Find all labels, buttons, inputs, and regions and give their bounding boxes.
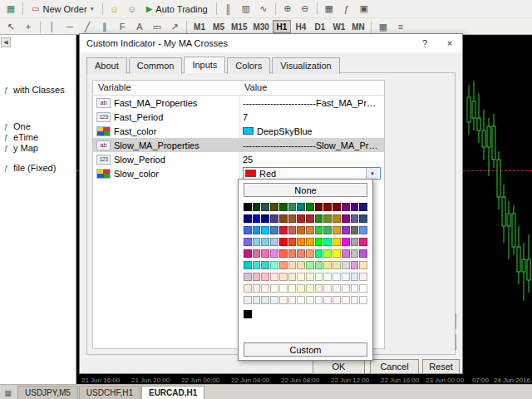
palette-color-3-12[interactable] <box>351 238 359 246</box>
cursor-icon[interactable]: ↖ <box>2 19 19 34</box>
palette-extra-swatch[interactable] <box>244 310 252 318</box>
palette-color-6-4[interactable] <box>279 273 288 281</box>
palette-color-1-0[interactable] <box>244 214 252 223</box>
palette-color-1-12[interactable] <box>351 214 359 223</box>
palette-color-6-13[interactable] <box>359 273 367 281</box>
cancel-button[interactable]: Cancel <box>370 359 419 374</box>
palette-color-3-6[interactable] <box>297 238 305 246</box>
help-button[interactable]: ? <box>412 34 437 52</box>
palette-color-6-5[interactable] <box>288 273 297 281</box>
palette-color-0-12[interactable] <box>351 203 359 211</box>
palette-color-0-13[interactable] <box>359 203 367 211</box>
palette-color-0-9[interactable] <box>323 203 332 211</box>
palette-color-4-2[interactable] <box>261 249 269 258</box>
param-row-fast_period[interactable]: 123Fast_Period7 <box>93 110 384 124</box>
palette-color-1-9[interactable] <box>323 214 332 223</box>
horizontal-line-icon[interactable]: ─ <box>62 19 78 34</box>
palette-color-4-8[interactable] <box>315 249 323 258</box>
palette-color-2-13[interactable] <box>359 226 367 234</box>
palette-color-3-11[interactable] <box>342 238 350 246</box>
variable-column-header[interactable]: Variable <box>93 81 239 95</box>
new-chart-icon[interactable]: ▦ <box>2 2 19 17</box>
palette-color-0-11[interactable] <box>342 203 350 211</box>
palette-color-2-6[interactable] <box>297 226 305 234</box>
palette-color-2-11[interactable] <box>342 226 350 234</box>
palette-color-8-8[interactable] <box>315 296 323 304</box>
palette-color-0-4[interactable] <box>279 203 288 211</box>
palette-color-3-8[interactable] <box>315 238 323 246</box>
palette-color-2-0[interactable] <box>244 226 252 234</box>
palette-color-7-10[interactable] <box>332 284 341 293</box>
window-list-icon[interactable]: ≡ <box>392 19 409 34</box>
fibonacci-icon[interactable]: F <box>114 19 131 34</box>
palette-color-8-10[interactable] <box>332 296 341 304</box>
param-value-cell[interactable]: ------------------------Fast_MA_Properti… <box>239 96 384 110</box>
palette-color-6-11[interactable] <box>342 273 350 281</box>
new-order-button[interactable]: ▭New Order▾ <box>27 2 99 17</box>
palette-color-0-10[interactable] <box>332 203 341 211</box>
palette-color-8-5[interactable] <box>288 296 297 304</box>
palette-color-1-2[interactable] <box>261 214 269 223</box>
palette-color-1-13[interactable] <box>359 214 367 223</box>
ok-button[interactable]: OK <box>313 359 365 374</box>
palette-color-5-1[interactable] <box>253 261 261 269</box>
palette-color-4-0[interactable] <box>244 249 252 258</box>
palette-color-4-10[interactable] <box>332 249 341 258</box>
palette-color-6-7[interactable] <box>306 273 314 281</box>
palette-color-7-4[interactable] <box>279 284 288 293</box>
palette-color-3-2[interactable] <box>261 238 269 246</box>
palette-color-5-8[interactable] <box>315 261 323 269</box>
trendline-icon[interactable]: ╱ <box>79 19 96 34</box>
param-value-cell[interactable]: 25 <box>239 152 384 166</box>
palette-color-6-6[interactable] <box>297 273 305 281</box>
palette-color-7-11[interactable] <box>342 284 350 293</box>
palette-color-6-12[interactable] <box>351 273 359 281</box>
timeframe-button-h4[interactable]: H4 <box>292 20 310 33</box>
palette-color-4-1[interactable] <box>253 249 261 258</box>
palette-color-4-6[interactable] <box>297 249 305 258</box>
palette-color-3-7[interactable] <box>306 238 314 246</box>
param-value-cell[interactable]: ------------------------Slow_MA_Properti… <box>239 138 384 152</box>
palette-color-5-5[interactable] <box>288 261 297 269</box>
tab-colors[interactable]: Colors <box>227 57 270 74</box>
auto-trading-button[interactable]: ▶Auto Trading <box>141 2 213 17</box>
close-icon[interactable]: × <box>437 34 462 52</box>
tile-windows-icon[interactable]: ▦ <box>2 387 14 399</box>
palette-color-8-1[interactable] <box>253 296 261 304</box>
value-column-header[interactable]: Value <box>239 81 272 95</box>
navigator-item[interactable]: ƒeTime <box>2 132 38 142</box>
timeframe-button-d1[interactable]: D1 <box>311 20 329 33</box>
palette-color-8-2[interactable] <box>261 296 269 304</box>
timeframe-button-m30[interactable]: M30 <box>250 20 271 33</box>
palette-color-8-11[interactable] <box>342 296 350 304</box>
zoom-in-icon[interactable]: ⊕ <box>279 2 296 17</box>
palette-color-3-13[interactable] <box>359 238 367 246</box>
palette-color-5-12[interactable] <box>351 261 359 269</box>
palette-color-0-5[interactable] <box>288 203 297 211</box>
palette-color-3-0[interactable] <box>244 238 252 246</box>
navigator-item[interactable]: ƒwith Classes <box>2 85 65 95</box>
timeframe-button-m5[interactable]: M5 <box>209 20 228 33</box>
palette-color-7-6[interactable] <box>297 284 305 293</box>
palette-color-7-3[interactable] <box>270 284 278 293</box>
palette-color-1-7[interactable] <box>306 214 314 223</box>
palette-color-7-13[interactable] <box>359 284 367 293</box>
slow-color-combobox[interactable]: Red▾ <box>243 167 381 180</box>
arrow-object-icon[interactable]: ↗ <box>166 19 183 34</box>
chart-tab-usdchf-h1[interactable]: USDCHF,H1 <box>79 386 140 399</box>
line-chart-icon[interactable]: ∿ <box>255 2 272 17</box>
navigator-item[interactable]: ƒfile (Fixed) <box>2 163 56 173</box>
chart-tab-usdjpy-m5[interactable]: USDJPY,M5 <box>17 386 78 399</box>
palette-color-7-5[interactable] <box>288 284 297 293</box>
palette-color-6-3[interactable] <box>270 273 278 281</box>
candlestick-chart-icon[interactable]: ▥ <box>238 2 254 17</box>
palette-color-7-12[interactable] <box>351 284 359 293</box>
param-row-fast_ma_properties[interactable]: abFast_MA_Properties--------------------… <box>93 96 384 110</box>
templates-icon[interactable]: ▣ <box>356 2 372 17</box>
palette-color-8-13[interactable] <box>359 296 367 304</box>
palette-color-1-1[interactable] <box>253 214 261 223</box>
palette-color-6-8[interactable] <box>315 273 323 281</box>
palette-color-5-0[interactable] <box>244 261 252 269</box>
scroll-left-icon[interactable]: ◀ <box>1 37 11 47</box>
palette-color-2-10[interactable] <box>332 226 341 234</box>
